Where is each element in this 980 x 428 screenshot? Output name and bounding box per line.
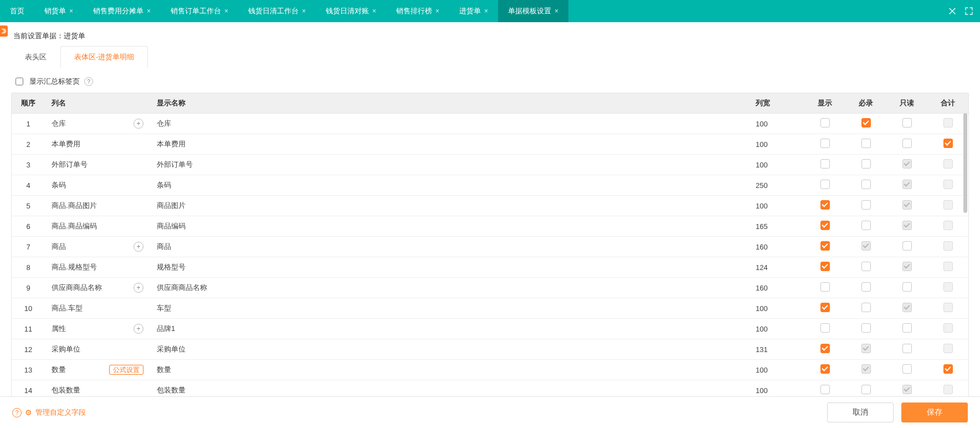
checkbox-sum[interactable] (943, 364, 953, 374)
cell-width[interactable]: 131 (749, 339, 804, 360)
help-icon[interactable]: ? (84, 77, 93, 86)
cell-display[interactable]: 采购单位 (150, 339, 749, 360)
inner-tab[interactable]: 表头区 (11, 46, 60, 68)
checkbox-sum[interactable] (943, 139, 953, 148)
cell-display[interactable]: 本单费用 (150, 134, 749, 155)
checkbox-show[interactable] (820, 282, 830, 292)
checkbox-show[interactable] (820, 221, 830, 230)
checkbox-readonly[interactable] (902, 241, 912, 251)
checkbox-readonly[interactable] (902, 118, 912, 128)
checkbox-required[interactable] (861, 282, 871, 292)
close-icon[interactable]: × (69, 7, 73, 15)
table-row[interactable]: 13数量公式设置数量100 (12, 360, 968, 380)
checkbox-show[interactable] (820, 262, 830, 271)
close-icon[interactable]: × (372, 7, 376, 15)
close-icon[interactable]: × (302, 7, 306, 15)
checkbox-show[interactable] (820, 200, 830, 210)
close-icon[interactable]: × (147, 7, 151, 15)
checkbox-required[interactable] (861, 385, 871, 394)
plus-icon[interactable]: + (134, 283, 143, 293)
checkbox-required[interactable] (861, 118, 871, 128)
cell-display[interactable]: 条码 (150, 175, 749, 196)
close-icon[interactable]: × (435, 7, 439, 15)
top-tab[interactable]: 销售订单工作台× (161, 0, 238, 22)
top-tab[interactable]: 进货单× (449, 0, 498, 22)
table-row[interactable]: 10商品.车型车型100 (12, 298, 968, 319)
checkbox-required[interactable] (861, 139, 871, 148)
summary-toggle-checkbox[interactable] (16, 78, 23, 85)
cell-width[interactable]: 250 (749, 175, 804, 196)
checkbox-show[interactable] (820, 180, 830, 189)
table-row[interactable]: 1仓库+仓库100 (12, 114, 968, 134)
checkbox-show[interactable] (820, 159, 830, 169)
checkbox-readonly[interactable] (902, 282, 912, 292)
top-tab[interactable]: 钱货日清工作台× (238, 0, 316, 22)
table-row[interactable]: 2本单费用本单费用100 (12, 134, 968, 155)
checkbox-required[interactable] (861, 180, 871, 189)
fullscreen-icon[interactable] (964, 7, 973, 16)
checkbox-show[interactable] (820, 364, 830, 374)
cell-display[interactable]: 供应商商品名称 (150, 278, 749, 298)
table-row[interactable]: 8商品.规格型号规格型号124 (12, 257, 968, 278)
manage-custom-fields-link[interactable]: ? ⚙ 管理自定义字段 (12, 407, 86, 417)
table-row[interactable]: 9供应商商品名称+供应商商品名称160 (12, 278, 968, 298)
table-row[interactable]: 12采购单位采购单位131 (12, 339, 968, 360)
checkbox-required[interactable] (861, 262, 871, 271)
vertical-scrollbar[interactable] (963, 113, 967, 419)
cell-width[interactable]: 124 (749, 257, 804, 278)
table-row[interactable]: 7商品+商品160 (12, 237, 968, 257)
top-tab[interactable]: 销货单× (34, 0, 83, 22)
plus-icon[interactable]: + (134, 119, 143, 129)
checkbox-required[interactable] (861, 303, 871, 312)
cell-display[interactable]: 规格型号 (150, 257, 749, 278)
cancel-button[interactable]: 取消 (827, 402, 894, 422)
cell-width[interactable]: 160 (749, 278, 804, 298)
cell-display[interactable]: 品牌1 (150, 319, 749, 339)
top-tab[interactable]: 首页 (0, 0, 34, 22)
close-icon[interactable]: × (224, 7, 228, 15)
checkbox-required[interactable] (861, 200, 871, 210)
cell-width[interactable]: 100 (749, 155, 804, 175)
checkbox-readonly[interactable] (902, 344, 912, 353)
checkbox-required[interactable] (861, 221, 871, 230)
cell-width[interactable]: 165 (749, 216, 804, 237)
checkbox-show[interactable] (820, 303, 830, 312)
top-tab[interactable]: 单据模板设置× (498, 0, 568, 22)
cell-width[interactable]: 100 (749, 134, 804, 155)
table-row[interactable]: 6商品.商品编码商品编码165 (12, 216, 968, 237)
cell-display[interactable]: 数量 (150, 360, 749, 380)
checkbox-show[interactable] (820, 241, 830, 251)
cell-width[interactable]: 100 (749, 360, 804, 380)
close-icon[interactable]: × (484, 7, 488, 15)
formula-setting-button[interactable]: 公式设置 (109, 365, 143, 375)
checkbox-readonly[interactable] (902, 364, 912, 374)
checkbox-show[interactable] (820, 118, 830, 128)
top-tab[interactable]: 销售排行榜× (386, 0, 449, 22)
checkbox-show[interactable] (820, 385, 830, 394)
checkbox-show[interactable] (820, 323, 830, 333)
checkbox-show[interactable] (820, 139, 830, 148)
top-tab[interactable]: 销售费用分摊单× (83, 0, 161, 22)
cell-display[interactable]: 商品图片 (150, 196, 749, 216)
checkbox-required[interactable] (861, 159, 871, 169)
checkbox-required[interactable] (861, 323, 871, 333)
plus-icon[interactable]: + (134, 324, 143, 334)
top-tab[interactable]: 钱货日清对账× (316, 0, 386, 22)
cell-width[interactable]: 160 (749, 237, 804, 257)
checkbox-show[interactable] (820, 344, 830, 353)
table-row[interactable]: 5商品.商品图片商品图片100 (12, 196, 968, 216)
cell-width[interactable]: 100 (749, 298, 804, 319)
cell-width[interactable]: 100 (749, 319, 804, 339)
checkbox-readonly[interactable] (902, 323, 912, 333)
cell-display[interactable]: 车型 (150, 298, 749, 319)
table-row[interactable]: 11属性+品牌1100 (12, 319, 968, 339)
save-button[interactable]: 保存 (901, 402, 968, 422)
cell-display[interactable]: 仓库 (150, 114, 749, 134)
table-row[interactable]: 4条码条码250 (12, 175, 968, 196)
checkbox-readonly[interactable] (902, 139, 912, 148)
close-all-icon[interactable] (948, 7, 957, 16)
cell-width[interactable]: 100 (749, 114, 804, 134)
inner-tab[interactable]: 表体区-进货单明细 (60, 46, 148, 68)
table-row[interactable]: 3外部订单号外部订单号100 (12, 155, 968, 175)
plus-icon[interactable]: + (134, 242, 143, 252)
